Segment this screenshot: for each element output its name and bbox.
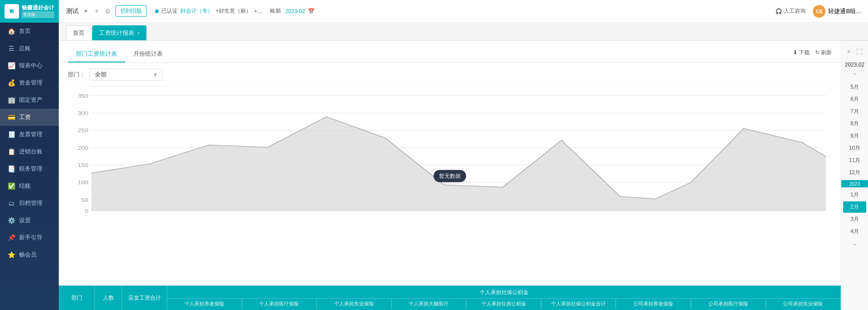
sales-icon: 📋 <box>7 148 15 155</box>
ledger-icon: ☰ <box>7 45 15 52</box>
rp-scroll-down-btn[interactable]: ⌄ <box>851 238 859 248</box>
chart-area: 350 300 250 200 150 100 50 0 暂无数据 <box>59 86 841 286</box>
rp-current-date: 2023.02 <box>841 60 868 70</box>
svg-marker-16 <box>91 117 826 210</box>
tab-close-btn[interactable]: × <box>137 30 140 36</box>
sidebar-item-checkout[interactable]: ✅ 结账 <box>0 177 59 195</box>
user-menu-btn[interactable]: CE 轻捷通B组... <box>813 5 861 18</box>
sidebar-item-settings[interactable]: ⚙️ 设置 <box>0 212 59 229</box>
sidebar-item-ledger[interactable]: ☰ 总账 <box>0 40 59 57</box>
filter-label: 部门： <box>68 71 85 79</box>
svg-text:250: 250 <box>78 128 89 134</box>
rp-scroll-up-btn[interactable]: ⌃ <box>851 71 859 81</box>
rp-month-8[interactable]: 8月 <box>841 118 868 129</box>
th-personal-major-medical: 个人承担大额医疗 <box>392 299 467 309</box>
topbar-add-btn[interactable]: ＋ <box>93 6 100 16</box>
rp-month-6[interactable]: 6月 <box>841 94 868 105</box>
salary-chart: 350 300 250 200 150 100 50 0 <box>68 91 832 218</box>
svg-text:50: 50 <box>81 197 89 203</box>
sidebar-item-home[interactable]: 🏠 首页 <box>0 23 59 40</box>
th-personal-medical: 个人承担医疗保险 <box>242 299 317 309</box>
chart-tooltip: 暂无数据 <box>434 170 466 182</box>
logo-text: 畅赚通好会计 专业版 <box>22 5 54 19</box>
th-personal-total: 个人承担社保公积金合计 <box>541 299 616 309</box>
main-content: 部门工资统计表 月份统计表 ⬇ 下载 ↻ 刷新 <box>59 41 841 310</box>
download-btn[interactable]: ⬇ 下载 <box>793 49 810 57</box>
content-area: 部门工资统计表 月份统计表 ⬇ 下载 ↻ 刷新 <box>59 41 868 310</box>
th-personal-pension: 个人承担养老保险 <box>167 299 242 309</box>
tab-home[interactable]: 首页 <box>66 25 91 40</box>
rp-month-2[interactable]: 2月 <box>843 201 866 213</box>
svg-text:100: 100 <box>78 180 89 186</box>
rp-month-4[interactable]: 4月 <box>841 226 868 237</box>
th-dept: 部门 <box>59 286 95 310</box>
help-btn[interactable]: 🎧 人工咨询 <box>775 7 806 15</box>
sidebar-item-invoice[interactable]: 🧾 发票管理 <box>0 126 59 143</box>
switch-to-old-btn[interactable]: 切到旧版 <box>115 5 147 17</box>
th-total-salary: 应发工资合计 <box>122 286 167 310</box>
subtab-dept[interactable]: 部门工资统计表 <box>68 46 125 62</box>
right-panel: × ⛶ 2023.02 ⌃ 5月 6月 7月 8月 9月 10月 11月 12月… <box>841 41 868 310</box>
svg-text:200: 200 <box>78 145 89 151</box>
funds-icon: 💰 <box>7 79 15 86</box>
th-company-pension: 公司承担养老保险 <box>616 299 691 309</box>
svg-text:300: 300 <box>78 110 89 116</box>
sidebar-item-archive[interactable]: 🗂 归档管理 <box>0 195 59 212</box>
rp-close-btn[interactable]: × <box>845 46 852 57</box>
download-icon: ⬇ <box>793 49 797 56</box>
topbar-dropdown-arrow[interactable]: ▼ <box>83 8 89 14</box>
rp-month-1[interactable]: 1月 <box>841 189 868 200</box>
sidebar-item-salary[interactable]: 💳 工资 <box>0 109 59 126</box>
topbar-gear-btn[interactable]: ⚙ <box>105 8 111 15</box>
settings-icon: ⚙️ <box>7 217 15 224</box>
status-dot <box>155 10 159 13</box>
rp-month-12[interactable]: 12月 <box>841 167 868 178</box>
assets-icon: 🏢 <box>7 96 15 104</box>
th-count: 人数 <box>95 286 122 310</box>
member-icon: ⭐ <box>7 251 15 258</box>
th-personal-group: 个人承担社保公积金 个人承担养老保险 个人承担医疗保险 个人承担失业保险 个人承… <box>167 287 841 309</box>
th-company-unemployment: 公司承担失业保险 <box>766 299 841 309</box>
sidebar-item-funds[interactable]: 💰 资金管理 <box>0 74 59 91</box>
sidebar-item-reports[interactable]: 📈 报表中心 <box>0 57 59 74</box>
headset-icon: 🎧 <box>775 8 782 14</box>
archive-icon: 🗂 <box>7 200 15 207</box>
rp-top-btns: × ⛶ <box>843 44 866 59</box>
table-header: 部门 人数 应发工资合计 个人承担社保公积金 个人承担养老保险 <box>59 286 841 310</box>
invoice-icon: 🧾 <box>7 131 15 138</box>
sidebar-item-tax[interactable]: 📑 税务管理 <box>0 160 59 177</box>
rp-month-9[interactable]: 9月 <box>841 130 868 142</box>
refresh-btn[interactable]: ↻ 刷新 <box>815 49 832 57</box>
salary-icon: 💳 <box>7 114 15 121</box>
subtab-monthly[interactable]: 月份统计表 <box>125 46 171 62</box>
topbar-status: 已认证 好会计（专） +好生意（标） +… 账期 2023-02 📅 <box>155 7 315 15</box>
th-group-cells: 个人承担养老保险 个人承担医疗保险 个人承担失业保险 个人承担大额医疗 个人承担 <box>167 299 840 309</box>
sidebar-item-guide[interactable]: 📌 新手引导 <box>0 229 59 246</box>
filterbar: 部门： 全部 销售部 财务部 人事部 技术部 ▼ <box>59 63 841 86</box>
tab-salary-report[interactable]: 工资统计报表 × <box>92 25 146 40</box>
home-icon: 🏠 <box>7 28 15 35</box>
dept-select[interactable]: 全部 销售部 财务部 人事部 技术部 <box>90 68 162 81</box>
svg-text:0: 0 <box>85 208 89 214</box>
rp-month-7[interactable]: 7月 <box>841 106 868 117</box>
sidebar-item-assets[interactable]: 🏢 固定资产 <box>0 91 59 109</box>
rp-month-10[interactable]: 10月 <box>841 143 868 154</box>
checkout-icon: ✅ <box>7 182 15 190</box>
sidebar-item-member[interactable]: ⭐ 畅会员 <box>0 246 59 263</box>
rp-month-11[interactable]: 11月 <box>841 155 868 166</box>
subtabs-right: ⬇ 下载 ↻ 刷新 <box>793 49 832 60</box>
th-company-medical: 公司承担医疗保险 <box>691 299 766 309</box>
tax-icon: 📑 <box>7 165 15 172</box>
subtabs: 部门工资统计表 月份统计表 ⬇ 下载 ↻ 刷新 <box>59 41 841 63</box>
dept-select-wrapper: 全部 销售部 财务部 人事部 技术部 ▼ <box>90 68 162 81</box>
th-personal-housing: 个人承担住房公积金 <box>466 299 541 309</box>
sidebar-item-sales[interactable]: 📋 进销台账 <box>0 143 59 160</box>
main-area: 测试 ▼ ＋ ⚙ 切到旧版 已认证 好会计（专） +好生意（标） +… 账期 2… <box>59 0 868 310</box>
rp-month-5[interactable]: 5月 <box>841 81 868 93</box>
rp-maximize-btn[interactable]: ⛶ <box>854 46 864 57</box>
logo-icon: 畅 <box>5 4 19 19</box>
rp-month-3[interactable]: 3月 <box>841 214 868 225</box>
calendar-icon[interactable]: 📅 <box>308 8 315 14</box>
th-personal-unemployment: 个人承担失业保险 <box>316 299 392 309</box>
th-group-label: 个人承担社保公积金 <box>167 287 840 299</box>
